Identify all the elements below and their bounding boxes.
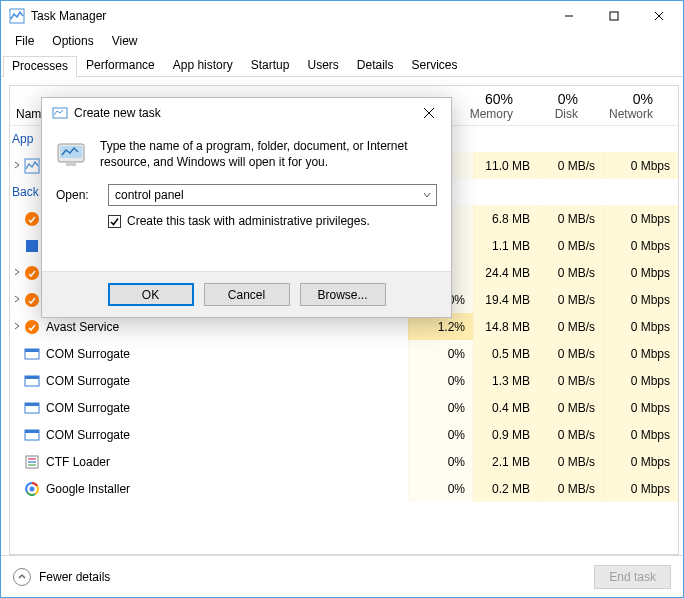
table-row[interactable]: COM Surrogate0%0.9 MB0 MB/s0 Mbps — [10, 421, 678, 448]
process-name: COM Surrogate — [46, 374, 408, 388]
process-name: CTF Loader — [46, 455, 408, 469]
combobox-dropdown-button[interactable] — [418, 185, 436, 205]
table-row[interactable]: COM Surrogate0%0.5 MB0 MB/s0 Mbps — [10, 340, 678, 367]
cell-cpu: 0% — [408, 367, 473, 394]
create-task-dialog: Create new task Type the name of a progr… — [41, 97, 452, 318]
process-icon — [24, 292, 40, 308]
table-row[interactable]: CTF Loader0%2.1 MB0 MB/s0 Mbps — [10, 448, 678, 475]
end-task-button[interactable]: End task — [594, 565, 671, 589]
process-name: Google Installer — [46, 482, 408, 496]
cell-network: 0 Mbps — [603, 448, 678, 475]
column-memory[interactable]: 60% Memory — [456, 86, 521, 125]
column-disk[interactable]: 0% Disk — [521, 86, 586, 125]
browse-button[interactable]: Browse... — [300, 283, 386, 306]
cell-memory: 11.0 MB — [473, 152, 538, 179]
cell-memory: 0.9 MB — [473, 421, 538, 448]
tab-strip: Processes Performance App history Startu… — [1, 55, 683, 77]
svg-point-6 — [25, 212, 39, 226]
tab-details[interactable]: Details — [348, 55, 403, 76]
svg-point-8 — [25, 266, 39, 280]
cell-memory: 0.5 MB — [473, 340, 538, 367]
column-network[interactable]: 0% Network — [586, 86, 661, 125]
cell-memory: 2.1 MB — [473, 448, 538, 475]
cell-disk: 0 MB/s — [538, 421, 603, 448]
expand-icon[interactable] — [10, 321, 24, 332]
cell-disk: 0 MB/s — [538, 394, 603, 421]
tab-performance[interactable]: Performance — [77, 55, 164, 76]
cell-network: 0 Mbps — [603, 313, 678, 340]
cell-disk: 0 MB/s — [538, 286, 603, 313]
cell-cpu: 0% — [408, 394, 473, 421]
cell-memory: 1.1 MB — [473, 232, 538, 259]
tab-app-history[interactable]: App history — [164, 55, 242, 76]
cell-disk: 0 MB/s — [538, 313, 603, 340]
cell-cpu: 0% — [408, 448, 473, 475]
cell-network: 0 Mbps — [603, 340, 678, 367]
expand-icon[interactable] — [10, 160, 24, 171]
chevron-up-icon — [13, 568, 31, 586]
process-icon — [24, 158, 40, 174]
cancel-button[interactable]: Cancel — [204, 283, 290, 306]
run-icon — [52, 105, 68, 121]
task-manager-icon — [9, 8, 25, 24]
dialog-close-button[interactable] — [409, 99, 449, 127]
cell-disk: 0 MB/s — [538, 475, 603, 502]
dialog-description: Type the name of a program, folder, docu… — [100, 138, 437, 170]
close-button[interactable] — [636, 2, 681, 31]
cell-network: 0 Mbps — [603, 259, 678, 286]
svg-rect-16 — [25, 403, 39, 406]
process-icon — [24, 319, 40, 335]
cell-disk: 0 MB/s — [538, 448, 603, 475]
cell-memory: 19.4 MB — [473, 286, 538, 313]
expand-icon[interactable] — [10, 267, 24, 278]
menu-bar: File Options View — [1, 31, 683, 51]
open-label: Open: — [56, 188, 98, 202]
expand-icon[interactable] — [10, 294, 24, 305]
process-icon — [24, 454, 40, 470]
table-row[interactable]: COM Surrogate0%1.3 MB0 MB/s0 Mbps — [10, 367, 678, 394]
process-icon — [24, 427, 40, 443]
svg-rect-2 — [610, 12, 618, 20]
admin-checkbox-label[interactable]: Create this task with administrative pri… — [127, 214, 370, 228]
fewer-details-button[interactable]: Fewer details — [13, 568, 594, 586]
process-icon — [24, 400, 40, 416]
cell-disk: 0 MB/s — [538, 340, 603, 367]
process-name: COM Surrogate — [46, 401, 408, 415]
process-name: Avast Service — [46, 320, 408, 334]
maximize-button[interactable] — [591, 2, 636, 31]
svg-point-24 — [30, 486, 35, 491]
menu-file[interactable]: File — [7, 32, 42, 50]
tab-startup[interactable]: Startup — [242, 55, 299, 76]
process-icon — [24, 481, 40, 497]
process-icon — [24, 373, 40, 389]
footer: Fewer details End task — [1, 555, 683, 597]
open-input[interactable] — [109, 185, 418, 205]
cell-network: 0 Mbps — [603, 394, 678, 421]
cell-network: 0 Mbps — [603, 421, 678, 448]
cell-disk: 0 MB/s — [538, 259, 603, 286]
cell-memory: 24.4 MB — [473, 259, 538, 286]
process-name: COM Surrogate — [46, 347, 408, 361]
tab-users[interactable]: Users — [298, 55, 347, 76]
cell-network: 0 Mbps — [603, 152, 678, 179]
cell-memory: 1.3 MB — [473, 367, 538, 394]
tab-services[interactable]: Services — [403, 55, 467, 76]
ok-button[interactable]: OK — [108, 283, 194, 306]
svg-rect-7 — [26, 240, 38, 252]
menu-options[interactable]: Options — [44, 32, 101, 50]
table-row[interactable]: COM Surrogate0%0.4 MB0 MB/s0 Mbps — [10, 394, 678, 421]
svg-rect-12 — [25, 349, 39, 352]
tab-processes[interactable]: Processes — [3, 56, 77, 77]
admin-checkbox[interactable] — [108, 215, 121, 228]
menu-view[interactable]: View — [104, 32, 146, 50]
cell-disk: 0 MB/s — [538, 367, 603, 394]
cell-cpu: 0% — [408, 421, 473, 448]
cell-network: 0 Mbps — [603, 475, 678, 502]
process-icon — [24, 346, 40, 362]
minimize-button[interactable] — [546, 2, 591, 31]
cell-disk: 0 MB/s — [538, 205, 603, 232]
titlebar[interactable]: Task Manager — [1, 1, 683, 31]
dialog-titlebar[interactable]: Create new task — [42, 98, 451, 128]
table-row[interactable]: Google Installer0%0.2 MB0 MB/s0 Mbps — [10, 475, 678, 502]
open-combobox[interactable] — [108, 184, 437, 206]
